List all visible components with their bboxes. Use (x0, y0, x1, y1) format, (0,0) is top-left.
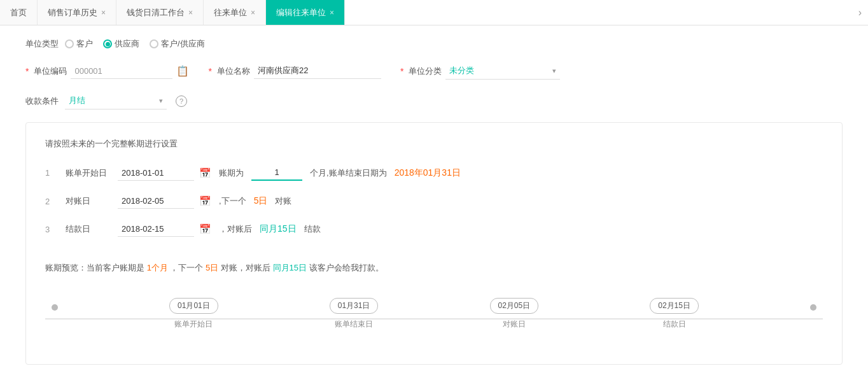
period-suffix: 个月,账单结束日期为 (310, 167, 387, 179)
unit-class-arrow-icon: ▾ (552, 67, 556, 75)
timeline-point-1: 01月01日 账单开始日 (169, 298, 218, 330)
row-num-2: 2 (45, 197, 58, 206)
radio-customer[interactable]: 客户 (65, 38, 93, 50)
payment-terms-row: 收款条件 月结 ▾ ? (25, 92, 843, 109)
payment-prefix: ，对账后 (219, 223, 252, 235)
unit-name-input[interactable] (254, 64, 381, 79)
payment-terms-label: 收款条件 (25, 95, 59, 107)
tab-scroll-right[interactable]: › (852, 0, 868, 25)
timeline-label-1: 账单开始日 (174, 319, 213, 330)
start-date-input[interactable] (118, 165, 194, 181)
unit-class-dropdown[interactable]: 未分类 ▾ (445, 62, 560, 80)
section-title: 请按照未来的一个完整帐期进行设置 (45, 138, 823, 150)
row-num-1: 1 (45, 168, 58, 178)
timeline-bubble-4: 02月15日 (650, 298, 699, 314)
payment-day: 同月15日 (260, 223, 297, 235)
setting-row-3: 3 结款日 📅 ，对账后 同月15日 结款 (45, 222, 823, 237)
unit-name-label: 单位名称 (217, 66, 250, 77)
timeline-bubble-3: 02月05日 (490, 298, 539, 314)
unit-type-row: 单位类型 客户 供应商 客户/供应商 (25, 38, 843, 50)
tab-home[interactable]: 首页 (0, 0, 38, 25)
radio-group-unit-type: 客户 供应商 客户/供应商 (65, 38, 205, 50)
timeline-point-2: 01月31日 账单结束日 (330, 298, 379, 330)
payment-date-input[interactable] (118, 222, 194, 237)
reconcile-day: 5日 (254, 195, 268, 207)
payment-date-calendar-icon[interactable]: 📅 (199, 223, 211, 235)
main-content: 单位类型 客户 供应商 客户/供应商 * 单位编码 📋 (0, 25, 868, 387)
radio-both-circle (150, 39, 158, 48)
unit-code-required: * (25, 66, 29, 76)
preview-period: 1个月 (147, 263, 168, 272)
help-icon[interactable]: ? (176, 95, 187, 107)
preview-reconcile-day: 5日 (206, 263, 218, 272)
reconcile-date-calendar-icon[interactable]: 📅 (199, 195, 211, 207)
radio-supplier[interactable]: 供应商 (103, 38, 139, 50)
unit-name-required: * (208, 66, 211, 76)
unit-class-value: 未分类 (449, 65, 550, 76)
setting-row-1: 1 账单开始日 📅 账期为 个月,账单结束日期为 2018年01月31日 (45, 165, 823, 181)
close-tab-cash-reconcile[interactable]: × (188, 9, 193, 17)
payment-terms-arrow-icon: ▾ (159, 97, 163, 105)
unit-code-icon[interactable]: 📋 (176, 65, 189, 77)
timeline-point-3: 02月05日 对账日 (490, 298, 539, 330)
settings-section: 请按照未来的一个完整帐期进行设置 1 账单开始日 📅 账期为 个月,账单结束日期… (25, 122, 843, 365)
row-num-3: 3 (45, 225, 58, 234)
preview-text: 账期预览：当前客户账期是 1个月 ，下一个 5日 对账，对账后 同月15日 该客… (45, 262, 823, 274)
timeline: 01月01日 账单开始日 01月31日 账单结束日 02月05日 对账日 (45, 289, 823, 349)
period-label: 账期为 (219, 167, 244, 179)
timeline-label-3: 对账日 (503, 319, 526, 330)
timeline-point-4: 02月15日 结款日 (650, 298, 699, 330)
radio-customer-circle (65, 39, 74, 48)
period-end-date: 2018年01月31日 (395, 167, 461, 179)
radio-supplier-dot (106, 42, 110, 46)
reconcile-prefix: ,下一个 (219, 195, 246, 207)
close-tab-sales-order[interactable]: × (101, 9, 106, 17)
setting-row-2: 2 对账日 📅 ,下一个 5日 对账 (45, 194, 823, 209)
preview-section: 账期预览：当前客户账期是 1个月 ，下一个 5日 对账，对账后 同月15日 该客… (45, 250, 823, 349)
timeline-bubble-2: 01月31日 (330, 298, 379, 314)
timeline-end-dot (810, 304, 816, 311)
row-label-2: 对账日 (66, 195, 110, 207)
tab-bar: 首页 销售订单历史 × 钱货日清工作台 × 往来单位 × 编辑往来单位 × › (0, 0, 868, 25)
timeline-bubble-1: 01月01日 (169, 298, 218, 314)
reconcile-suffix: 对账 (275, 195, 291, 207)
radio-both[interactable]: 客户/供应商 (150, 38, 205, 50)
timeline-start-dot (52, 304, 58, 311)
row-label-1: 账单开始日 (66, 167, 110, 179)
tab-edit-partner[interactable]: 编辑往来单位 × (266, 0, 345, 25)
start-date-calendar-icon[interactable]: 📅 (199, 167, 211, 179)
unit-code-input[interactable] (71, 64, 172, 79)
payment-terms-value: 月结 (69, 95, 157, 106)
timeline-label-2: 账单结束日 (335, 319, 373, 330)
close-tab-partner-unit[interactable]: × (251, 9, 255, 17)
unit-info-row: * 单位编码 📋 * 单位名称 * 单位分类 未分类 ▾ (25, 62, 843, 80)
payment-suffix: 结款 (304, 223, 321, 235)
reconcile-date-input[interactable] (118, 194, 194, 209)
payment-terms-dropdown[interactable]: 月结 ▾ (65, 92, 167, 109)
tab-partner-unit[interactable]: 往来单位 × (204, 0, 266, 25)
unit-type-label: 单位类型 (25, 38, 59, 50)
close-tab-edit-partner[interactable]: × (330, 9, 334, 17)
preview-payment-day: 同月15日 (273, 263, 307, 272)
tab-cash-reconcile[interactable]: 钱货日清工作台 × (116, 0, 204, 25)
unit-code-label: 单位编码 (34, 66, 67, 77)
unit-class-required: * (400, 66, 403, 76)
tab-sales-order[interactable]: 销售订单历史 × (38, 0, 116, 25)
row-label-3: 结款日 (66, 223, 110, 235)
radio-supplier-circle (103, 39, 112, 48)
period-value-input[interactable] (251, 165, 302, 181)
unit-class-label: 单位分类 (409, 66, 442, 77)
timeline-label-4: 结款日 (663, 319, 686, 330)
